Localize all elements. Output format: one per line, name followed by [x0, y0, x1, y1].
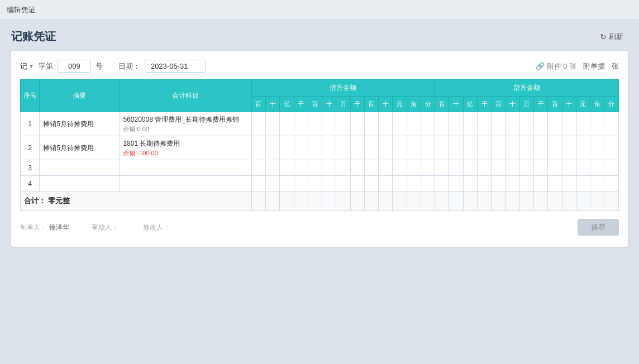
row3-d10[interactable]	[393, 160, 407, 176]
row1-d12[interactable]	[421, 112, 435, 136]
row1-d7[interactable]	[350, 112, 364, 136]
row2-d7[interactable]	[350, 136, 364, 160]
row4-d8[interactable]	[364, 176, 378, 191]
row3-c1[interactable]	[449, 160, 463, 176]
row3-account[interactable]	[120, 160, 251, 176]
row2-d5[interactable]	[322, 136, 336, 160]
row3-d0[interactable]	[251, 160, 265, 176]
row1-d0[interactable]	[251, 112, 265, 136]
attachment-link[interactable]: 🔗 附件 0 张	[536, 61, 576, 71]
row1-d6[interactable]	[336, 112, 350, 136]
row2-c4[interactable]	[492, 136, 506, 160]
date-input[interactable]	[145, 60, 206, 73]
row2-c2[interactable]	[463, 136, 477, 160]
row1-d3[interactable]	[294, 112, 308, 136]
row2-d11[interactable]	[407, 136, 421, 160]
row3-c5[interactable]	[506, 160, 519, 176]
row3-d1[interactable]	[265, 160, 279, 176]
row4-c6[interactable]	[519, 176, 533, 191]
row4-abstract[interactable]	[40, 176, 120, 191]
row2-d12[interactable]	[421, 136, 435, 160]
row4-c1[interactable]	[449, 176, 463, 191]
row2-d8[interactable]	[364, 136, 378, 160]
row4-d6[interactable]	[336, 176, 350, 191]
row3-abstract[interactable]	[40, 160, 120, 176]
row2-c3[interactable]	[477, 136, 491, 160]
row1-d11[interactable]	[407, 112, 421, 136]
row4-c0[interactable]	[435, 176, 449, 191]
row1-d5[interactable]	[322, 112, 336, 136]
row4-c11[interactable]	[590, 176, 604, 191]
row1-d1[interactable]	[265, 112, 279, 136]
row3-c6[interactable]	[519, 160, 533, 176]
row3-d5[interactable]	[322, 160, 336, 176]
row1-d10[interactable]	[393, 112, 407, 136]
ji-select[interactable]: 记 ▼	[20, 61, 34, 71]
row3-c12[interactable]	[604, 160, 619, 176]
row1-d4[interactable]	[308, 112, 322, 136]
attachment-single-label[interactable]: 附单据	[583, 61, 605, 71]
row3-d9[interactable]	[379, 160, 393, 176]
row4-c9[interactable]	[562, 176, 576, 191]
row1-c1[interactable]	[449, 112, 463, 136]
row2-c5[interactable]	[506, 136, 519, 160]
row4-d11[interactable]	[407, 176, 421, 191]
row3-d2[interactable]	[280, 160, 294, 176]
row1-d9[interactable]	[379, 112, 393, 136]
row2-account[interactable]: 1801 长期待摊费用 余额:-100.00	[120, 136, 251, 160]
row2-d6[interactable]	[336, 136, 350, 160]
row3-c7[interactable]	[534, 160, 548, 176]
row1-c11[interactable]	[590, 112, 604, 136]
row3-c4[interactable]	[492, 160, 506, 176]
voucher-number-input[interactable]	[58, 60, 91, 73]
row1-d2[interactable]	[280, 112, 294, 136]
row2-c9[interactable]	[562, 136, 576, 160]
row1-c7[interactable]	[534, 112, 548, 136]
row2-c12[interactable]	[604, 136, 619, 160]
row2-c0[interactable]	[435, 136, 449, 160]
row1-abstract[interactable]: 摊销5月待摊费用	[40, 112, 120, 136]
row2-c8[interactable]	[548, 136, 562, 160]
row2-c11[interactable]	[590, 136, 604, 160]
row2-d10[interactable]	[393, 136, 407, 160]
row2-d4[interactable]	[308, 136, 322, 160]
row2-abstract[interactable]: 摊销5月待摊费用	[40, 136, 120, 160]
row1-c0[interactable]	[435, 112, 449, 136]
row2-d2[interactable]	[280, 136, 294, 160]
row3-c10[interactable]	[576, 160, 590, 176]
row4-d2[interactable]	[280, 176, 294, 191]
row4-d5[interactable]	[322, 176, 336, 191]
row4-d10[interactable]	[393, 176, 407, 191]
save-button[interactable]: 保存	[578, 219, 619, 236]
row4-account[interactable]	[120, 176, 251, 191]
row3-d11[interactable]	[407, 160, 421, 176]
row4-c10[interactable]	[576, 176, 590, 191]
row4-c3[interactable]	[477, 176, 491, 191]
row3-c2[interactable]	[463, 160, 477, 176]
row3-c9[interactable]	[562, 160, 576, 176]
row1-account[interactable]: 56020008 管理费用_长期待摊费用摊销 余额:0.00	[120, 112, 251, 136]
row1-c9[interactable]	[562, 112, 576, 136]
row3-c11[interactable]	[590, 160, 604, 176]
row1-c6[interactable]	[519, 112, 533, 136]
row4-d7[interactable]	[350, 176, 364, 191]
row2-c6[interactable]	[519, 136, 533, 160]
row4-c5[interactable]	[506, 176, 519, 191]
row4-c8[interactable]	[548, 176, 562, 191]
row4-d3[interactable]	[294, 176, 308, 191]
row3-d4[interactable]	[308, 160, 322, 176]
row4-c7[interactable]	[534, 176, 548, 191]
row1-c3[interactable]	[477, 112, 491, 136]
row3-d6[interactable]	[336, 160, 350, 176]
row3-c3[interactable]	[477, 160, 491, 176]
row3-c0[interactable]	[435, 160, 449, 176]
row2-d9[interactable]	[379, 136, 393, 160]
row4-d1[interactable]	[265, 176, 279, 191]
row2-c1[interactable]	[449, 136, 463, 160]
row1-c2[interactable]	[463, 112, 477, 136]
row4-d4[interactable]	[308, 176, 322, 191]
row1-d8[interactable]	[364, 112, 378, 136]
row4-c2[interactable]	[463, 176, 477, 191]
row2-d3[interactable]	[294, 136, 308, 160]
row3-d3[interactable]	[294, 160, 308, 176]
